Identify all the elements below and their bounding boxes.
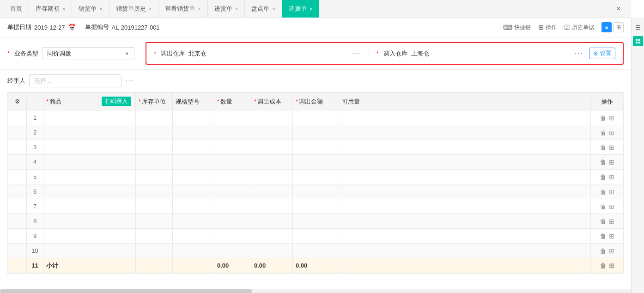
- row-qty-cell[interactable]: [214, 140, 251, 155]
- row-goods-cell[interactable]: [43, 125, 136, 140]
- row-available-cell[interactable]: [339, 110, 591, 125]
- tab-stocktake[interactable]: 盘点单 ×: [245, 0, 282, 18]
- view-list-button[interactable]: ≡: [601, 22, 612, 32]
- copy-icon[interactable]: ⊞: [609, 129, 614, 136]
- row-spec-cell[interactable]: [173, 199, 214, 214]
- tab-inventory-init-close[interactable]: ×: [62, 6, 65, 12]
- row-available-cell[interactable]: [339, 199, 591, 214]
- copy-icon[interactable]: ⊞: [609, 232, 614, 240]
- row-cost-cell[interactable]: [251, 184, 293, 199]
- row-cost-cell[interactable]: [251, 140, 293, 155]
- scan-button[interactable]: 扫码录入: [102, 97, 131, 106]
- delete-icon[interactable]: 🗑: [600, 129, 606, 136]
- row-spec-cell[interactable]: [173, 229, 214, 244]
- operations-button[interactable]: ⊞ 操作: [538, 24, 557, 31]
- row-available-cell[interactable]: [339, 170, 591, 184]
- row-goods-cell[interactable]: [43, 140, 136, 155]
- delete-icon[interactable]: 🗑: [600, 114, 606, 122]
- delete-icon[interactable]: 🗑: [600, 159, 606, 166]
- row-spec-cell[interactable]: [173, 140, 214, 155]
- row-amount-cell[interactable]: [293, 170, 339, 184]
- copy-icon[interactable]: ⊞: [609, 247, 614, 255]
- shortcuts-button[interactable]: ⌨ 快捷键: [503, 24, 531, 31]
- row-cost-cell[interactable]: [251, 125, 293, 140]
- row-spec-cell[interactable]: [173, 110, 214, 125]
- history-button[interactable]: ☑ 历史单据: [564, 24, 594, 31]
- row-unit-cell[interactable]: [136, 199, 173, 214]
- calendar-icon[interactable]: 📅: [68, 24, 76, 31]
- delete-icon[interactable]: 🗑: [600, 173, 606, 181]
- transfer-out-more-icon[interactable]: ···: [352, 49, 361, 58]
- row-qty-cell[interactable]: [214, 184, 251, 199]
- row-qty-cell[interactable]: [214, 155, 251, 170]
- copy-icon[interactable]: ⊞: [609, 203, 614, 210]
- row-unit-cell[interactable]: [136, 155, 173, 170]
- row-unit-cell[interactable]: [136, 244, 173, 258]
- row-spec-cell[interactable]: [173, 244, 214, 258]
- delete-icon[interactable]: 🗑: [600, 144, 606, 151]
- row-qty-cell[interactable]: [214, 244, 251, 258]
- row-cost-cell[interactable]: [251, 170, 293, 184]
- row-amount-cell[interactable]: [293, 140, 339, 155]
- row-unit-cell[interactable]: [136, 170, 173, 184]
- row-goods-cell[interactable]: [43, 184, 136, 199]
- tab-home[interactable]: 首页: [4, 0, 29, 18]
- tab-sales-history-close[interactable]: ×: [149, 6, 152, 12]
- delete-icon[interactable]: 🗑: [600, 262, 606, 269]
- row-unit-cell[interactable]: [136, 140, 173, 155]
- row-amount-cell[interactable]: [293, 199, 339, 214]
- row-spec-cell[interactable]: [173, 184, 214, 199]
- row-unit-cell[interactable]: [136, 229, 173, 244]
- handler-select[interactable]: 选择...: [29, 74, 122, 87]
- row-qty-cell[interactable]: [214, 170, 251, 184]
- tab-transfer-close[interactable]: ×: [310, 6, 312, 12]
- row-unit-cell[interactable]: [136, 214, 173, 229]
- handler-more-icon[interactable]: ···: [125, 77, 134, 85]
- row-cost-cell[interactable]: [251, 229, 293, 244]
- row-cost-cell[interactable]: [251, 110, 293, 125]
- row-spec-cell[interactable]: [173, 214, 214, 229]
- row-unit-cell[interactable]: [136, 184, 173, 199]
- row-amount-cell[interactable]: [293, 110, 339, 125]
- row-goods-cell[interactable]: [43, 229, 136, 244]
- row-qty-cell[interactable]: [214, 110, 251, 125]
- row-unit-cell[interactable]: [136, 110, 173, 125]
- row-cost-cell[interactable]: [251, 155, 293, 170]
- row-cost-cell[interactable]: [251, 244, 293, 258]
- row-available-cell[interactable]: [339, 184, 591, 199]
- row-spec-cell[interactable]: [173, 125, 214, 140]
- tab-view-sales[interactable]: 查看销货单 ×: [158, 0, 207, 18]
- row-amount-cell[interactable]: [293, 244, 339, 258]
- copy-icon[interactable]: ⊞: [609, 188, 614, 195]
- row-amount-cell[interactable]: [293, 184, 339, 199]
- delete-icon[interactable]: 🗑: [600, 188, 606, 195]
- row-available-cell[interactable]: [339, 214, 591, 229]
- row-available-cell[interactable]: [339, 140, 591, 155]
- tab-sales-history[interactable]: 销货单历史 ×: [109, 0, 158, 18]
- tab-inventory-init[interactable]: 库存期初 ×: [29, 0, 72, 18]
- delete-icon[interactable]: 🗑: [600, 247, 606, 255]
- row-available-cell[interactable]: [339, 125, 591, 140]
- copy-icon[interactable]: ⊞: [609, 144, 614, 151]
- row-qty-cell[interactable]: [214, 125, 251, 140]
- row-goods-cell[interactable]: [43, 199, 136, 214]
- delete-icon[interactable]: 🗑: [600, 203, 606, 210]
- tab-view-sales-close[interactable]: ×: [198, 6, 200, 12]
- row-qty-cell[interactable]: [214, 229, 251, 244]
- col-header-gear[interactable]: ⚙: [8, 93, 27, 110]
- tab-sales-order-close[interactable]: ×: [99, 6, 102, 12]
- row-spec-cell[interactable]: [173, 155, 214, 170]
- row-qty-cell[interactable]: [214, 214, 251, 229]
- tab-sales-order[interactable]: 销货单 ×: [72, 0, 109, 18]
- row-goods-cell[interactable]: [43, 170, 136, 184]
- copy-icon[interactable]: ⊞: [609, 262, 614, 269]
- row-goods-cell[interactable]: [43, 110, 136, 125]
- copy-icon[interactable]: ⊞: [609, 218, 614, 225]
- window-close-button[interactable]: ×: [610, 0, 627, 18]
- row-unit-cell[interactable]: [136, 125, 173, 140]
- setting-button[interactable]: ⚙ 设置: [589, 48, 615, 59]
- sidebar-list-icon[interactable]: ☰: [633, 22, 643, 32]
- tab-purchase[interactable]: 进货单 ×: [208, 0, 245, 18]
- delete-icon[interactable]: 🗑: [600, 232, 606, 240]
- tab-stocktake-close[interactable]: ×: [272, 6, 275, 12]
